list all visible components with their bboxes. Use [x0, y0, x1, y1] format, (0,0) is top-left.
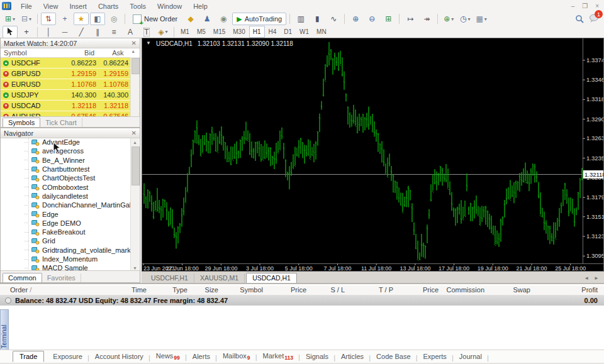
tab-symbols[interactable]: Symbols: [3, 118, 40, 127]
zoom-in-button[interactable]: ⊕: [348, 13, 363, 25]
column-sl[interactable]: S / L: [330, 286, 345, 294]
menu-charts[interactable]: Charts: [92, 1, 124, 11]
minimize-icon[interactable]: –: [571, 3, 575, 9]
terminal-tab-account-history[interactable]: Account History|: [89, 351, 150, 361]
terminal-tab-exposure[interactable]: Exposure|: [47, 351, 88, 361]
navigator-item-dailycandletest[interactable]: dailycandletest: [1, 192, 140, 201]
column-order[interactable]: Order /: [10, 286, 31, 294]
new-order-button[interactable]: New Order: [128, 13, 182, 25]
navigator-button[interactable]: ★: [74, 13, 89, 25]
tab-scroll-left-icon[interactable]: ◄: [584, 275, 589, 281]
templates-button[interactable]: ▦▾: [474, 13, 489, 25]
news-globe-button[interactable]: ◉: [216, 13, 231, 25]
column-commission[interactable]: Commission: [446, 286, 484, 294]
chart-tab-usdcad-h1[interactable]: USDCAD,H1: [246, 273, 297, 283]
market-watch-row-usdchf[interactable]: ▲USDCHF0.862230.86224: [1, 58, 140, 69]
bar-chart-button[interactable]: ▥: [293, 13, 308, 25]
notifications[interactable]: 1: [589, 14, 599, 24]
close-icon[interactable]: ✕: [131, 130, 137, 136]
metaeditor-button[interactable]: ♟: [199, 13, 215, 25]
navigator-item-chartbuttontest[interactable]: Chartbuttontest: [1, 165, 140, 174]
tile-windows-button[interactable]: ⊞: [381, 13, 396, 25]
navigator-item-chartobjectstest[interactable]: ChartObjectsTest: [1, 174, 140, 182]
timeframe-d1[interactable]: D1: [280, 26, 296, 38]
timeframe-m15[interactable]: M15: [210, 26, 229, 38]
fibonacci-button[interactable]: ≡: [106, 26, 121, 38]
crosshair-button[interactable]: +: [19, 26, 34, 38]
indicators-button[interactable]: ⊕▾: [441, 13, 456, 25]
tab-scroll-right-icon[interactable]: ►: [594, 275, 599, 281]
search-icon[interactable]: [575, 14, 584, 23]
auto-scroll-button[interactable]: ↦: [403, 13, 418, 25]
timeframe-m5[interactable]: M5: [193, 26, 210, 38]
market-watch-title-bar[interactable]: Market Watch: 14:20:07 ✕: [1, 38, 140, 48]
trendline-button[interactable]: ╱: [74, 26, 89, 38]
market-watch-row-eurusd[interactable]: ▼EURUSD1.107681.10768: [1, 79, 140, 90]
terminal-tab-articles[interactable]: Articles|: [335, 351, 370, 361]
column-tp[interactable]: T / P: [379, 286, 393, 294]
price-chart[interactable]: 1.337451.334651.331851.329051.326301.323…: [142, 38, 603, 271]
tab-common[interactable]: Common: [3, 273, 42, 282]
terminal-tab-code-base[interactable]: Code Base|: [370, 351, 417, 361]
navigator-item-edge[interactable]: Edge: [1, 209, 140, 218]
scrollbar-thumb[interactable]: [131, 146, 140, 185]
wallet-button[interactable]: ◆: [183, 13, 198, 25]
timeframe-w1[interactable]: W1: [296, 26, 313, 38]
timeframe-h4[interactable]: H4: [265, 26, 281, 38]
timeframe-m1[interactable]: M1: [177, 26, 193, 38]
data-window-button[interactable]: +: [57, 13, 72, 25]
column-type[interactable]: Type: [172, 286, 187, 294]
timeframe-m30[interactable]: M30: [229, 26, 249, 38]
tab-tick-chart[interactable]: Tick Chart: [40, 118, 82, 127]
vertical-line-button[interactable]: │: [41, 26, 56, 38]
candle-chart-button[interactable]: ▮: [310, 13, 325, 25]
shapes-button[interactable]: ◈▾: [155, 26, 171, 38]
column-time[interactable]: Time: [131, 286, 147, 294]
column-profit[interactable]: Profit: [581, 286, 598, 294]
chart-shift-button[interactable]: ↠: [419, 13, 434, 25]
zoom-out-button[interactable]: ⊖: [364, 13, 379, 25]
terminal-tab-journal[interactable]: Journal|: [453, 351, 488, 361]
navigator-title-bar[interactable]: Navigator ✕: [1, 128, 140, 138]
strategy-tester-button[interactable]: ◎: [106, 13, 121, 25]
timeframe-h1[interactable]: H1: [249, 26, 265, 38]
market-watch-row-usdjpy[interactable]: ▲USDJPY140.300140.300: [1, 90, 140, 101]
terminal-tab-mailbox[interactable]: Mailbox9|: [216, 351, 257, 362]
navigator-item-gridtrading-at-volatile-market[interactable]: Gridtrading_at_volatile_market: [1, 246, 140, 255]
text-tool-button[interactable]: A: [123, 26, 138, 38]
menu-tools[interactable]: Tools: [124, 1, 152, 11]
column-symbol[interactable]: Symbol: [240, 286, 263, 294]
column-ask[interactable]: Ask: [98, 48, 127, 57]
restore-icon[interactable]: ❐: [582, 3, 588, 9]
profiles-button[interactable]: ⊟▾: [19, 13, 34, 25]
terminal-tab-experts[interactable]: Experts|: [417, 351, 453, 361]
column-size[interactable]: Size: [205, 286, 218, 294]
menu-view[interactable]: View: [38, 1, 64, 11]
terminal-tab-news[interactable]: News99|: [150, 351, 186, 362]
menu-window[interactable]: Window: [152, 1, 187, 11]
navigator-item-comboboxtest[interactable]: COmboboxtest: [1, 182, 140, 191]
navigator-item-edge-demo[interactable]: Edge DEMO: [1, 219, 140, 228]
scrollbar-thumb[interactable]: [131, 58, 140, 74]
column-symbol[interactable]: Symbol: [1, 48, 57, 57]
new-chart-button[interactable]: ⊞▾: [3, 13, 18, 25]
close-icon[interactable]: ×: [595, 3, 599, 9]
column-price[interactable]: Price: [423, 286, 439, 294]
market-watch-row-usdcad[interactable]: ▼USDCAD1.321181.32118: [1, 101, 140, 111]
navigator-item-averagecross[interactable]: averagecross: [1, 146, 140, 155]
column-swap[interactable]: Swap: [513, 286, 530, 294]
chart-tab-xauusd-m1[interactable]: XAUUSD,M1: [194, 273, 245, 283]
market-watch-button[interactable]: ⇅: [41, 13, 56, 25]
horizontal-line-button[interactable]: ─: [57, 26, 72, 38]
navigator-item-index-momentum[interactable]: Index_Momentum: [1, 255, 140, 263]
scroll-up-icon[interactable]: ▲: [127, 48, 140, 57]
navigator-item-fakebreakout[interactable]: FakeBreakout: [1, 228, 140, 236]
cursor-tool-button[interactable]: [3, 26, 18, 38]
equidistant-channel-button[interactable]: ∥: [90, 26, 105, 38]
close-icon[interactable]: ✕: [131, 40, 137, 47]
text-label-tool-button[interactable]: T: [139, 26, 154, 38]
timeframe-mn[interactable]: MN: [313, 26, 330, 38]
scroll-up-icon[interactable]: ▲: [131, 138, 139, 146]
menu-help[interactable]: Help: [187, 1, 213, 11]
column-price[interactable]: Price: [291, 286, 306, 294]
